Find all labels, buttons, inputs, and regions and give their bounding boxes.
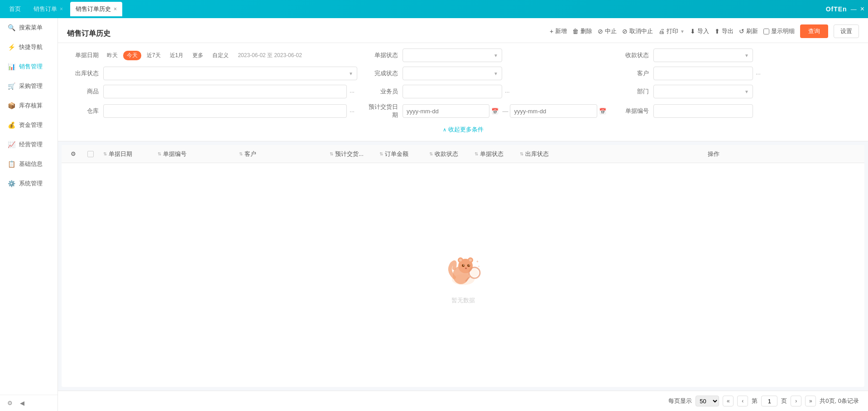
first-page-btn[interactable]: « <box>723 396 734 406</box>
customer-ellipsis[interactable]: ··· <box>753 70 763 77</box>
th-customer-sort-icon: ⇅ <box>239 151 243 156</box>
th-action: 操作 <box>566 150 861 158</box>
out-status-select[interactable]: ▼ <box>103 67 357 80</box>
print-button[interactable]: 🖨 打印 ▼ <box>658 27 685 35</box>
filter-group-bill-number: 单据编号 <box>617 104 859 118</box>
svg-point-9 <box>463 265 464 266</box>
th-checkbox[interactable] <box>82 151 100 157</box>
th-out-status[interactable]: ⇅ 出库状态 <box>516 150 566 158</box>
brand-label: OfTEn <box>826 5 847 13</box>
filter-row-4: 仓库 ··· 预计交货日期 📅 — 📅 单据编号 <box>67 103 859 119</box>
bill-status-dropdown-icon: ▼ <box>494 53 498 58</box>
sidebar-item-operations[interactable]: 📈 经营管理 <box>0 135 58 155</box>
tab-sales-history-close[interactable]: × <box>114 6 117 12</box>
export-button[interactable]: ⬆ 导出 <box>715 27 734 35</box>
delete-label: 删除 <box>580 27 592 35</box>
dept-select[interactable]: ▼ <box>653 85 753 98</box>
window-close-icon[interactable]: × <box>860 5 864 13</box>
warehouse-ellipsis[interactable]: ··· <box>347 108 357 115</box>
set-button[interactable]: 设置 <box>834 24 859 38</box>
goods-input[interactable] <box>103 85 347 98</box>
th-amount[interactable]: ⇅ 订单金额 <box>376 150 426 158</box>
pay-status-select[interactable]: ▼ <box>653 48 753 62</box>
complete-status-label: 完成状态 <box>366 69 403 77</box>
stop-label: 中止 <box>605 27 617 35</box>
delete-button[interactable]: 🗑 删除 <box>572 27 592 35</box>
th-setting[interactable]: ⚙ <box>65 150 82 157</box>
sidebar-item-quick-nav[interactable]: ⚡ 快捷导航 <box>0 38 58 57</box>
date-tag-1month[interactable]: 近1月 <box>166 51 187 60</box>
filter-group-out-status: 出库状态 ▼ <box>67 67 357 80</box>
date-tag-7days[interactable]: 近7天 <box>143 51 164 60</box>
th-date[interactable]: ⇅ 单据日期 <box>100 150 154 158</box>
customer-filter-label: 客户 <box>617 69 653 77</box>
delivery-start-input[interactable] <box>403 104 490 118</box>
calendar-end-icon[interactable]: 📅 <box>599 108 606 115</box>
date-tag-yesterday[interactable]: 昨天 <box>103 51 121 60</box>
salesperson-input[interactable] <box>403 85 502 98</box>
th-amount-label: 订单金额 <box>385 150 408 158</box>
header-checkbox[interactable] <box>87 151 94 157</box>
collapse-up-icon: ∧ <box>443 127 446 133</box>
sidebar-item-sys-mgmt[interactable]: ⚙️ 系统管理 <box>0 174 58 193</box>
sidebar-item-sys-mgmt-label: 系统管理 <box>19 179 43 188</box>
main-layout: 🔍 搜索菜单 ⚡ 快捷导航 📊 销售管理 🛒 采购管理 📦 库存核算 💰 资金管… <box>0 18 868 411</box>
sidebar-item-purchase-mgmt[interactable]: 🛒 采购管理 <box>0 77 58 96</box>
sidebar-item-search-menu[interactable]: 🔍 搜索菜单 <box>0 18 58 38</box>
per-page-select[interactable]: 50 10 20 100 <box>695 396 719 406</box>
content-area: 销售订单历史 + 新增 🗑 删除 ⊘ 中止 ⊘ 取消中止 <box>58 18 868 411</box>
tab-sales-order[interactable]: 销售订单 × <box>28 2 68 16</box>
stop-button[interactable]: ⊘ 中止 <box>598 27 617 35</box>
cancel-stop-button[interactable]: ⊘ 取消中止 <box>622 27 653 35</box>
page-number-input[interactable] <box>761 396 777 406</box>
bill-number-input[interactable] <box>653 104 753 118</box>
table-header: ⚙ ⇅ 单据日期 ⇅ 单据编号 ⇅ 客户 ⇅ <box>62 145 864 163</box>
sidebar-item-inventory[interactable]: 📦 库存核算 <box>0 96 58 116</box>
display-toggle-checkbox[interactable] <box>763 29 769 34</box>
tab-sales-order-close[interactable]: × <box>60 6 63 12</box>
bill-status-select[interactable]: ▼ <box>403 48 502 62</box>
customer-input[interactable] <box>653 67 753 80</box>
sidebar-item-sales-mgmt[interactable]: 📊 销售管理 <box>0 57 58 77</box>
date-tag-custom[interactable]: 自定义 <box>209 51 232 60</box>
query-button[interactable]: 查询 <box>800 24 828 38</box>
salesperson-ellipsis[interactable]: ··· <box>502 88 513 95</box>
th-customer[interactable]: ⇅ 客户 <box>235 150 326 158</box>
th-date-sort-icon: ⇅ <box>103 151 107 156</box>
next-page-btn[interactable]: › <box>791 396 801 406</box>
complete-status-select[interactable]: ▼ <box>403 67 502 80</box>
dept-dropdown-icon: ▼ <box>744 89 749 94</box>
th-delivery-label: 预计交货... <box>335 150 364 158</box>
filter-group-salesperson: 业务员 ··· <box>366 85 608 98</box>
sidebar-item-finance[interactable]: 💰 资金管理 <box>0 116 58 135</box>
cancel-stop-label: 取消中止 <box>629 27 653 35</box>
th-pay-status[interactable]: ⇅ 收款状态 <box>426 150 471 158</box>
top-bar: 首页 销售订单 × 销售订单历史 × OfTEn — × <box>0 0 868 18</box>
last-page-btn[interactable]: » <box>805 396 816 406</box>
th-delivery[interactable]: ⇅ 预计交货... <box>326 150 376 158</box>
export-icon: ⬆ <box>715 28 720 35</box>
display-toggle-label: 显示明细 <box>771 27 795 35</box>
tab-home[interactable]: 首页 <box>4 2 26 16</box>
tab-home-label: 首页 <box>9 5 21 13</box>
goods-ellipsis[interactable]: ··· <box>347 88 357 95</box>
window-min-icon[interactable]: — <box>851 6 857 13</box>
date-tag-today[interactable]: 今天 <box>123 51 141 60</box>
th-bill-status[interactable]: ⇅ 单据状态 <box>471 150 516 158</box>
import-button[interactable]: ⬇ 导入 <box>690 27 709 35</box>
svg-point-4 <box>459 259 462 261</box>
prev-page-btn[interactable]: ‹ <box>737 396 748 406</box>
sidebar-collapse-icon[interactable]: ◀ <box>20 400 24 406</box>
tab-sales-history[interactable]: 销售订单历史 × <box>70 2 122 16</box>
new-button[interactable]: + 新增 <box>550 27 567 35</box>
date-tag-more[interactable]: 更多 <box>189 51 207 60</box>
refresh-button[interactable]: ↺ 刷新 <box>739 27 758 35</box>
warehouse-input[interactable] <box>103 104 347 118</box>
display-toggle[interactable]: 显示明细 <box>763 27 795 35</box>
collapse-row[interactable]: ∧ 收起更多条件 <box>67 124 859 135</box>
th-number[interactable]: ⇅ 单据编号 <box>154 150 235 158</box>
calendar-start-icon[interactable]: 📅 <box>491 108 499 115</box>
sidebar-settings-icon[interactable]: ⚙ <box>7 400 13 406</box>
delivery-end-input[interactable] <box>510 104 597 118</box>
sidebar-item-basic-info[interactable]: 📋 基础信息 <box>0 155 58 174</box>
